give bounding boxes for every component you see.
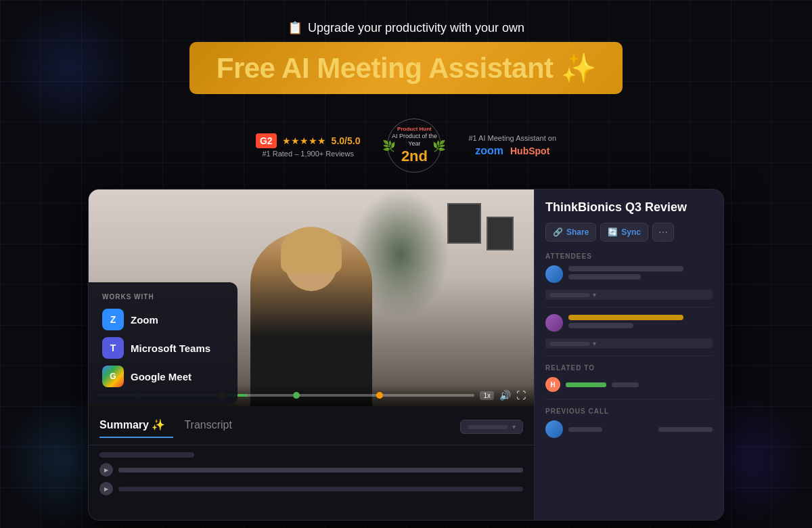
previous-call-row bbox=[545, 420, 713, 438]
attendee-row-2 bbox=[545, 314, 713, 332]
left-panel: 1x 🔊 ⛶ Summary ✨ Transcript bbox=[89, 190, 534, 520]
attendee-1-dropdown[interactable]: ▾ bbox=[545, 290, 713, 300]
speed-control[interactable]: 1x bbox=[480, 391, 494, 400]
sparkle-icon: ✨ bbox=[561, 52, 596, 84]
content-play-row-2: ▶ bbox=[99, 482, 523, 496]
attendee-1-name-bar bbox=[568, 266, 683, 271]
works-with-teams: T Microsoft Teams bbox=[102, 337, 224, 359]
share-label: Share bbox=[566, 227, 589, 237]
attendee-2-info bbox=[568, 315, 713, 331]
ph-event: Product Hunt bbox=[397, 126, 432, 132]
g2-logo: G2 bbox=[256, 133, 277, 148]
platform-logos: zoom HubSpot bbox=[475, 145, 549, 157]
related-row: H bbox=[545, 377, 713, 392]
g2-stars: ★★★★★ bbox=[282, 135, 326, 146]
zoom-icon: Z bbox=[102, 309, 124, 330]
attendee-chevron-icon: ▾ bbox=[593, 291, 596, 299]
tab-dropdown[interactable]: ▾ bbox=[460, 420, 523, 434]
ph-category: AI Product of the Year bbox=[388, 133, 441, 148]
teams-label: Microsoft Teams bbox=[131, 343, 210, 354]
related-green-bar bbox=[566, 382, 606, 387]
play-icon-2[interactable]: ▶ bbox=[99, 482, 113, 496]
g2-badge: G2 ★★★★★ 5.0/5.0 #1 Rated – 1,900+ Revie… bbox=[256, 133, 361, 158]
page-header: 📋 Upgrade your productivity with your ow… bbox=[189, 20, 623, 106]
teams-icon: T bbox=[102, 337, 124, 359]
tab-summary[interactable]: Summary ✨ bbox=[99, 416, 173, 438]
attendee-row-1 bbox=[545, 265, 713, 283]
content-play-row: ▶ bbox=[99, 463, 523, 477]
previous-call-section-label: PREVIOUS CALL bbox=[545, 408, 713, 415]
attendee-2-dropdown-bar bbox=[549, 342, 590, 346]
producthunt-badge: Product Hunt AI Product of the Year 2nd bbox=[387, 118, 441, 173]
share-icon: 🔗 bbox=[553, 227, 563, 237]
works-with-panel: WORKS WITH Z Zoom T Microsoft Teams G bbox=[89, 282, 238, 405]
works-with-zoom: Z Zoom bbox=[102, 309, 224, 330]
zoom-logo: zoom bbox=[475, 145, 503, 157]
gmeet-icon: G bbox=[102, 366, 124, 387]
sync-icon: 🔄 bbox=[608, 227, 618, 237]
zoom-label: Zoom bbox=[131, 314, 158, 326]
hubspot-logo: HubSpot bbox=[510, 146, 549, 156]
works-with-title: WORKS WITH bbox=[102, 293, 224, 301]
ph-rank: 2nd bbox=[401, 148, 428, 165]
share-button[interactable]: 🔗 Share bbox=[545, 223, 596, 242]
play-icon[interactable]: ▶ bbox=[99, 463, 113, 477]
divider-1 bbox=[545, 307, 713, 307]
sync-button[interactable]: 🔄 Sync bbox=[600, 223, 648, 242]
sync-label: Sync bbox=[621, 227, 641, 237]
content-line-1 bbox=[99, 452, 194, 458]
main-ui-panel: 1x 🔊 ⛶ Summary ✨ Transcript bbox=[88, 189, 724, 521]
summary-label: Summary bbox=[99, 419, 149, 431]
related-to-section-label: RELATED TO bbox=[545, 364, 713, 372]
tab-transcript[interactable]: Transcript bbox=[184, 416, 240, 438]
platform-badge: #1 AI Meeting Assistant on zoom HubSpot bbox=[468, 134, 556, 157]
platform-label: #1 AI Meeting Assistant on bbox=[468, 134, 556, 142]
summary-sparkle: ✨ bbox=[152, 419, 165, 431]
more-options-button[interactable]: ⋯ bbox=[652, 223, 674, 242]
prev-bar-1 bbox=[568, 427, 602, 432]
content-bar-2 bbox=[118, 487, 523, 491]
gmeet-label: Google Meet bbox=[131, 371, 191, 382]
works-with-gmeet: G Google Meet bbox=[102, 366, 224, 387]
prev-call-avatar bbox=[545, 420, 563, 438]
badges-row: G2 ★★★★★ 5.0/5.0 #1 Rated – 1,900+ Revie… bbox=[256, 118, 556, 173]
content-bar bbox=[118, 468, 523, 472]
main-title-label: Free AI Meeting Assistant bbox=[217, 52, 554, 84]
summary-content: ▶ ▶ bbox=[89, 445, 534, 508]
attendee-2-name-bar bbox=[568, 315, 683, 320]
g2-subtitle: #1 Rated – 1,900+ Reviews bbox=[262, 150, 353, 158]
attendee-dropdown-bar bbox=[549, 293, 590, 297]
divider-2 bbox=[545, 355, 713, 356]
fullscreen-icon[interactable]: ⛶ bbox=[516, 390, 526, 401]
header-subtitle: 📋 Upgrade your productivity with your ow… bbox=[189, 20, 623, 35]
dropdown-chevron-icon: ▾ bbox=[512, 423, 516, 431]
related-gray-bar bbox=[612, 382, 639, 387]
attendee-2-avatar bbox=[545, 314, 563, 332]
hubspot-related-icon: H bbox=[545, 377, 560, 392]
upgrade-emoji: 📋 bbox=[288, 20, 302, 35]
attendee-2-role-bar bbox=[568, 323, 633, 328]
volume-icon[interactable]: 🔊 bbox=[499, 390, 511, 401]
divider-3 bbox=[545, 399, 713, 399]
upgrade-text: Upgrade your productivity with your own bbox=[308, 21, 524, 35]
main-title-banner: Free AI Meeting Assistant ✨ bbox=[189, 42, 623, 94]
attendees-section-label: ATTENDEES bbox=[545, 252, 713, 260]
attendee-1-info bbox=[568, 266, 713, 282]
bottom-tabs-area: Summary ✨ Transcript ▾ bbox=[89, 406, 534, 445]
attendee-2-chevron-icon: ▾ bbox=[593, 340, 596, 347]
transcript-label: Transcript bbox=[184, 419, 232, 431]
meeting-title: ThinkBionics Q3 Review bbox=[545, 200, 713, 215]
attendee-2-dropdown[interactable]: ▾ bbox=[545, 338, 713, 349]
g2-rating: 5.0/5.0 bbox=[332, 135, 361, 146]
action-buttons: 🔗 Share 🔄 Sync ⋯ bbox=[545, 223, 713, 242]
attendee-1-avatar bbox=[545, 265, 563, 283]
attendee-1-role-bar bbox=[568, 274, 641, 280]
right-panel: ThinkBionics Q3 Review 🔗 Share 🔄 Sync ⋯ … bbox=[534, 190, 723, 520]
prev-bar-2 bbox=[658, 427, 713, 432]
main-title-text: Free AI Meeting Assistant ✨ bbox=[217, 52, 596, 84]
